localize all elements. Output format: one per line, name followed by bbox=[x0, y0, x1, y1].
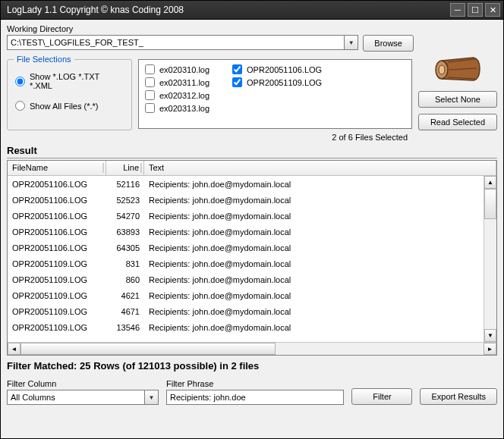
working-dir-dropdown[interactable]: ▼ bbox=[345, 35, 358, 50]
cell-text: Recipients: john.doe@mydomain.local bbox=[144, 212, 496, 221]
show-log-txt-xml-radio[interactable]: Show *.LOG *.TXT *.XML bbox=[15, 72, 124, 90]
files-listbox[interactable]: ex020310.logex020311.logex020312.logex02… bbox=[138, 59, 412, 129]
cell-text: Recipients: john.doe@mydomain.local bbox=[144, 227, 496, 237]
cell-text: Recipients: john.doe@mydomain.local bbox=[144, 243, 496, 252]
close-button[interactable]: ✕ bbox=[485, 3, 500, 17]
file-checkbox-input[interactable] bbox=[232, 77, 242, 87]
cell-text: Recipients: john.doe@mydomain.local bbox=[144, 196, 496, 205]
cell-text: Recipients: john.doe@mydomain.local bbox=[144, 323, 496, 332]
filter-column-dropdown[interactable]: ▼ bbox=[145, 390, 159, 405]
cell-line: 54270 bbox=[106, 212, 144, 221]
filter-column-input[interactable] bbox=[7, 390, 145, 405]
filter-column-combo[interactable]: ▼ bbox=[7, 390, 159, 405]
file-name-label: ex020311.log bbox=[159, 78, 209, 87]
show-all-files-label: Show All Files (*.*) bbox=[30, 102, 98, 111]
filter-matched-status: Filter Matched: 25 Rows (of 121013 possi… bbox=[7, 360, 497, 372]
cell-filename: OPR20051109.LOG bbox=[8, 291, 106, 300]
minimize-button[interactable]: ─ bbox=[450, 3, 465, 17]
cell-text: Recipients: john.doe@mydomain.local bbox=[144, 180, 496, 189]
select-none-button[interactable]: Select None bbox=[418, 91, 497, 108]
col-line[interactable]: Line bbox=[106, 161, 144, 175]
cell-filename: OPR20051109.LOG bbox=[8, 275, 106, 284]
read-selected-button[interactable]: Read Selected bbox=[418, 114, 497, 130]
working-dir-input[interactable] bbox=[7, 35, 345, 50]
cell-line: 64305 bbox=[106, 243, 144, 252]
file-checkbox[interactable]: ex020313.log bbox=[145, 103, 209, 113]
file-checkbox[interactable]: OPR20051106.LOG bbox=[232, 64, 322, 74]
table-row[interactable]: OPR20051109.LOG831Recipients: john.doe@m… bbox=[8, 256, 496, 271]
file-name-label: ex020313.log bbox=[159, 104, 209, 113]
table-row[interactable]: OPR20051106.LOG54270Recipients: john.doe… bbox=[8, 208, 496, 224]
table-row[interactable]: OPR20051109.LOG4671Recipients: john.doe@… bbox=[8, 303, 496, 319]
cell-filename: OPR20051109.LOG bbox=[8, 323, 106, 332]
col-filename[interactable]: FileName bbox=[8, 161, 106, 175]
cell-filename: OPR20051106.LOG bbox=[8, 243, 106, 252]
browse-button[interactable]: Browse bbox=[363, 35, 414, 52]
scroll-down-icon[interactable]: ▼ bbox=[484, 329, 496, 342]
scroll-thumb[interactable] bbox=[484, 189, 496, 219]
svg-point-1 bbox=[439, 65, 445, 74]
scroll-right-icon[interactable]: ► bbox=[484, 343, 496, 355]
file-checkbox[interactable]: ex020312.log bbox=[145, 90, 209, 100]
file-checkbox[interactable]: ex020310.log bbox=[145, 64, 209, 74]
vertical-scrollbar[interactable]: ▲ ▼ bbox=[484, 176, 496, 342]
selection-status: 2 of 6 Files Selected bbox=[7, 133, 408, 142]
file-checkbox-input[interactable] bbox=[145, 90, 155, 100]
cell-text: Recipients: john.doe@mydomain.local bbox=[144, 307, 496, 316]
show-all-files-input[interactable] bbox=[15, 101, 25, 111]
horizontal-scrollbar[interactable]: ◄ ► bbox=[8, 342, 496, 355]
show-log-txt-xml-input[interactable] bbox=[15, 77, 25, 86]
file-checkbox-input[interactable] bbox=[232, 64, 242, 74]
file-name-label: OPR20051109.LOG bbox=[247, 78, 322, 87]
cell-filename: OPR20051106.LOG bbox=[8, 227, 106, 237]
table-row[interactable]: OPR20051106.LOG64305Recipients: john.doe… bbox=[8, 240, 496, 256]
col-text[interactable]: Text bbox=[144, 161, 496, 175]
scroll-left-icon[interactable]: ◄ bbox=[8, 343, 20, 355]
filter-button[interactable]: Filter bbox=[351, 388, 412, 405]
cell-line: 63893 bbox=[106, 227, 144, 237]
table-row[interactable]: OPR20051109.LOG13546Recipients: john.doe… bbox=[8, 319, 496, 335]
cell-line: 831 bbox=[106, 259, 144, 268]
table-row[interactable]: OPR20051109.LOG860Recipients: john.doe@m… bbox=[8, 271, 496, 287]
cell-text: Recipients: john.doe@mydomain.local bbox=[144, 259, 496, 268]
chevron-down-icon: ▼ bbox=[348, 39, 354, 46]
window-title: LogLady 1.1 Copyright © knas Coding 2008 bbox=[7, 5, 448, 15]
result-header: Result bbox=[7, 145, 497, 158]
file-selections-legend: File Selections bbox=[14, 55, 74, 64]
cell-line: 4671 bbox=[106, 307, 144, 316]
table-row[interactable]: OPR20051106.LOG52523Recipients: john.doe… bbox=[8, 192, 496, 208]
scroll-up-icon[interactable]: ▲ bbox=[484, 176, 496, 189]
cell-line: 4621 bbox=[106, 291, 144, 300]
file-name-label: OPR20051106.LOG bbox=[247, 65, 322, 74]
table-row[interactable]: OPR20051106.LOG52116Recipients: john.doe… bbox=[8, 176, 496, 192]
working-dir-combo[interactable]: ▼ bbox=[7, 35, 358, 50]
filter-phrase-label: Filter Phrase bbox=[166, 379, 344, 388]
filter-column-label: Filter Column bbox=[7, 379, 159, 388]
file-checkbox-input[interactable] bbox=[145, 77, 155, 87]
cell-filename: OPR20051106.LOG bbox=[8, 212, 106, 221]
cell-filename: OPR20051109.LOG bbox=[8, 259, 106, 268]
client-area: Working Directory ▼ Browse File Selectio… bbox=[0, 20, 504, 439]
titlebar: LogLady 1.1 Copyright © knas Coding 2008… bbox=[0, 0, 504, 20]
file-checkbox-input[interactable] bbox=[145, 103, 155, 113]
cell-line: 13546 bbox=[106, 323, 144, 332]
table-row[interactable]: OPR20051109.LOG4621Recipients: john.doe@… bbox=[8, 287, 496, 303]
file-name-label: ex020312.log bbox=[159, 91, 209, 100]
hscroll-thumb[interactable] bbox=[20, 343, 276, 355]
log-icon bbox=[433, 55, 483, 85]
cell-filename: OPR20051106.LOG bbox=[8, 180, 106, 189]
export-results-button[interactable]: Export Results bbox=[420, 388, 497, 405]
cell-line: 52116 bbox=[106, 180, 144, 189]
file-checkbox-input[interactable] bbox=[145, 64, 155, 74]
maximize-button[interactable]: ☐ bbox=[468, 3, 483, 17]
working-dir-label: Working Directory bbox=[7, 24, 497, 33]
show-all-files-radio[interactable]: Show All Files (*.*) bbox=[15, 101, 124, 111]
filter-phrase-input[interactable] bbox=[166, 390, 344, 405]
file-checkbox[interactable]: OPR20051109.LOG bbox=[232, 77, 322, 87]
file-checkbox[interactable]: ex020311.log bbox=[145, 77, 209, 87]
table-header: FileName Line Text bbox=[8, 161, 496, 176]
cell-line: 52523 bbox=[106, 196, 144, 205]
cell-text: Recipients: john.doe@mydomain.local bbox=[144, 275, 496, 284]
table-row[interactable]: OPR20051106.LOG63893Recipients: john.doe… bbox=[8, 224, 496, 240]
cell-text: Recipients: john.doe@mydomain.local bbox=[144, 291, 496, 300]
